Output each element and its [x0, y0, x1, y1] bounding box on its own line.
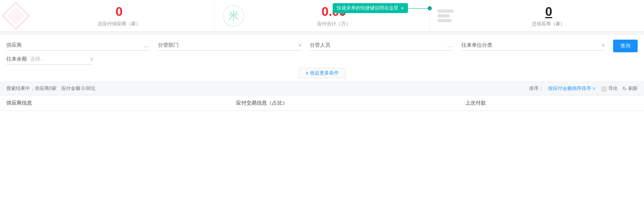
- sort-arrow-icon: ∨: [592, 86, 596, 91]
- department-label: 分管部门: [158, 42, 179, 49]
- supplier-label: 供应商: [6, 42, 22, 49]
- balance-arrow[interactable]: ∨: [90, 56, 93, 62]
- table-col3-header: 上次付款: [465, 99, 638, 107]
- filter-item-balance: 往来余额 选择... ∨: [6, 55, 93, 65]
- total-payable-label: 应付合计（万）: [317, 21, 351, 27]
- table-body: [0, 111, 644, 204]
- sort-label: 排序：: [529, 85, 543, 92]
- sort-value-text: 按应付会额倒序排序: [548, 86, 591, 91]
- filter-row-1: 供应商 ... 分管部门 ∨ 分管人员 ... 往来单位分类 ∨ 查询: [6, 40, 638, 52]
- department-arrow[interactable]: ∨: [298, 42, 302, 48]
- supplier-dots[interactable]: ...: [142, 42, 150, 48]
- placeholder-line-2: [438, 14, 450, 17]
- department-input[interactable]: [182, 42, 298, 48]
- person-input[interactable]: [333, 42, 446, 48]
- filter-item-department: 分管部门 ∨: [158, 42, 302, 51]
- payable-suppliers-number: 0: [116, 4, 123, 19]
- filter-row-2: 往来余额 选择... ∨: [6, 55, 638, 65]
- balance-label: 往来余额: [6, 55, 27, 63]
- supplier-count-text: 搜索结果中，供应商0家: [6, 85, 57, 92]
- filter-item-unit: 往来单位分类 ∨: [461, 42, 605, 51]
- refresh-button[interactable]: ↻ 刷新: [623, 85, 638, 92]
- amount-text: 应付金额 0.00元: [61, 85, 96, 92]
- table-col1-header: 供应商信息: [6, 99, 236, 107]
- summary-item-total-suppliers: 0 总供应商（家）: [430, 0, 644, 31]
- supplier-input[interactable]: [25, 42, 142, 48]
- collapse-arrow-icon: ∧: [305, 71, 309, 76]
- unit-arrow[interactable]: ∨: [602, 42, 605, 48]
- filter-item-supplier: 供应商 ...: [6, 42, 150, 51]
- placeholder-line-1: [438, 10, 453, 13]
- export-icon: ⬜: [601, 86, 607, 92]
- query-button[interactable]: 查询: [613, 40, 638, 52]
- refresh-icon: ↻: [623, 86, 627, 92]
- export-label: 导出: [608, 85, 618, 92]
- total-suppliers-number: 0: [545, 4, 552, 19]
- logo-icon: 米: [223, 5, 244, 27]
- tooltip-text: 快速录单的快捷键说明在这里: [337, 5, 398, 11]
- tooltip-dot: [428, 6, 432, 10]
- summary-item-total-payable: 米 0.00 应付合计（万） 快速录单的快捷键说明在这里 ×: [215, 0, 429, 31]
- collapse-button[interactable]: ∧ 收起更多条件: [298, 68, 346, 78]
- payable-suppliers-label: 总应付供应商（家）: [98, 21, 141, 27]
- balance-placeholder: 选择...: [30, 55, 90, 63]
- tooltip-line: [408, 8, 430, 9]
- refresh-label: 刷新: [628, 85, 638, 92]
- table-col2-header: 应付交易信息（占比）: [236, 99, 466, 107]
- tooltip-close-button[interactable]: ×: [401, 6, 404, 11]
- export-button[interactable]: ⬜ 导出: [601, 85, 618, 92]
- placeholder-line-3: [438, 19, 452, 22]
- unit-label: 往来单位分类: [461, 42, 492, 49]
- summary-item-payable-suppliers: 0 总应付供应商（家）: [0, 0, 215, 31]
- unit-input[interactable]: [495, 42, 602, 48]
- tooltip-bubble: 快速录单的快捷键说明在这里 ×: [333, 3, 408, 13]
- person-label: 分管人员: [310, 42, 330, 49]
- result-left: 搜索结果中，供应商0家 应付金额 0.00元: [6, 85, 95, 92]
- filter-item-person: 分管人员 ...: [310, 42, 453, 51]
- diamond-icon: [2, 2, 30, 30]
- result-bar: 搜索结果中，供应商0家 应付金额 0.00元 排序： 按应付会额倒序排序 ∨ ⬜…: [0, 82, 644, 95]
- result-right: 排序： 按应付会额倒序排序 ∨ ⬜ 导出 ↻ 刷新: [529, 85, 638, 92]
- collapse-label: 收起更多条件: [310, 70, 339, 76]
- total-suppliers-label: 总供应商（家）: [532, 21, 565, 27]
- filter-section: 供应商 ... 分管部门 ∨ 分管人员 ... 往来单位分类 ∨ 查询 往来余额…: [0, 35, 644, 82]
- placeholder-icon: [438, 10, 453, 22]
- sort-value[interactable]: 按应付会额倒序排序 ∨: [548, 85, 596, 92]
- summary-bar: 0 总应付供应商（家） 米 0.00 应付合计（万） 快速录单的快捷键说明在这里…: [0, 0, 644, 32]
- table-header: 供应商信息 应付交易信息（占比） 上次付款: [0, 95, 644, 111]
- person-dots[interactable]: ...: [446, 42, 453, 48]
